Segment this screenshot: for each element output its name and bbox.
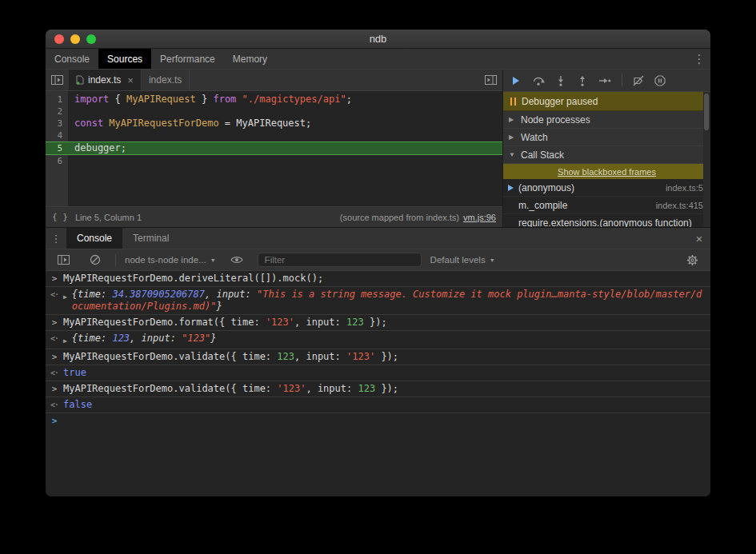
debugger-scrollbar[interactable] (703, 92, 710, 227)
chevron-right-icon[interactable]: ▶ (509, 134, 516, 141)
line-number-gutter[interactable]: 1 (46, 94, 68, 106)
step-icon (598, 75, 611, 86)
debugger-paused-label: Debugger paused (522, 96, 598, 107)
log-levels-selector[interactable]: Default levels ▼ (430, 255, 495, 265)
call-stack-frame-current[interactable]: (anonymous) index.ts:5 (503, 179, 710, 197)
window-titlebar[interactable]: ndb (46, 30, 710, 49)
result-arrow-icon: <· (46, 399, 63, 411)
zoom-window-button[interactable] (86, 34, 96, 44)
tab-memory[interactable]: Memory (224, 49, 276, 69)
frame-name: (anonymous) (518, 182, 574, 193)
tab-performance[interactable]: Performance (151, 49, 224, 69)
command-chevron-icon: > (46, 317, 63, 329)
console-command-text: MyAPIRequestForDemo.format({ time: '123'… (63, 317, 704, 329)
panel-left-icon (51, 75, 63, 85)
expand-triangle-icon[interactable]: ▶ (63, 335, 67, 347)
source-map-text: (source mapped from index.ts) (340, 213, 459, 222)
code-line: 2 (46, 106, 502, 118)
console-result-text: true (63, 367, 704, 379)
section-call-stack[interactable]: ▼ Call Stack (503, 146, 710, 164)
step-into-button[interactable] (555, 75, 566, 86)
code-line: 6 (46, 155, 502, 167)
show-console-sidebar-button[interactable] (52, 255, 75, 265)
drawer-tab-console[interactable]: Console (66, 228, 122, 249)
pause-on-exceptions-button[interactable] (654, 75, 666, 86)
console-messages[interactable]: > MyAPIRequestForDemo.deriveLiteral([]).… (46, 271, 710, 496)
section-watch[interactable]: ▶ Watch (503, 129, 710, 146)
step-over-button[interactable] (532, 75, 545, 86)
resume-icon (510, 75, 522, 86)
console-prompt-row[interactable]: > (46, 413, 710, 428)
gear-icon (686, 254, 698, 266)
line-number-gutter[interactable]: 2 (46, 106, 68, 118)
frame-name: m._compile (518, 200, 567, 211)
code-line-text: import { MyAPIRequest } from "./magictyp… (68, 94, 352, 106)
minimize-window-button[interactable] (70, 34, 80, 44)
line-number-gutter[interactable]: 4 (46, 130, 68, 141)
code-editor[interactable]: 1 import { MyAPIRequest } from "./magict… (46, 91, 502, 206)
tab-sources[interactable]: Sources (98, 49, 151, 69)
source-map-link[interactable]: vm.js:96 (463, 213, 496, 222)
call-stack-frame[interactable]: m._compile index.ts:415 (503, 197, 710, 214)
console-settings-button[interactable] (681, 254, 704, 266)
clear-console-icon (90, 254, 101, 265)
pause-icon (510, 98, 516, 106)
live-expression-button[interactable] (225, 255, 249, 265)
cursor-position: Line 5, Column 1 (75, 213, 142, 222)
pretty-print-button[interactable]: { } (52, 212, 68, 222)
close-tab-icon[interactable]: × (127, 74, 134, 86)
console-command-text: MyAPIRequestForDemo.deriveLiteral([]).mo… (63, 273, 704, 285)
console-command-row[interactable]: > MyAPIRequestForDemo.validate({ time: '… (46, 381, 710, 397)
tab-console[interactable]: Console (46, 49, 98, 69)
console-result-row[interactable]: <· ▶ {time: 123, input: "123"} (46, 331, 710, 349)
editor-column: index.ts × index.ts 1 import { MyAPIRequ… (46, 70, 502, 227)
resume-button[interactable] (510, 75, 522, 86)
close-window-button[interactable] (54, 34, 64, 44)
execution-context-selector[interactable]: node ts-node inde... ▼ (125, 255, 216, 265)
section-node-processes[interactable]: ▶ Node processes (503, 111, 710, 129)
console-result-row[interactable]: <· ▶ {time: 34.3870905206787, input: "Th… (46, 287, 710, 315)
drawer-tab-terminal[interactable]: Terminal (122, 228, 179, 249)
context-selector-label: node ts-node inde... (125, 255, 206, 265)
clear-console-button[interactable] (84, 254, 106, 265)
line-number-gutter[interactable]: 3 (46, 118, 68, 130)
traffic-lights (54, 34, 96, 44)
call-stack-frame[interactable]: require.extensions.(anonymous function) (503, 214, 710, 227)
window-title: ndb (46, 33, 710, 45)
step-button[interactable] (598, 75, 611, 86)
console-result-text: {time: 34.3870905206787, input: "This is… (72, 289, 704, 313)
code-line-text (68, 106, 74, 118)
line-number-gutter[interactable]: 6 (46, 155, 68, 167)
line-number-gutter[interactable]: 5 (46, 142, 68, 154)
console-result-row[interactable]: <· true (46, 365, 710, 381)
paused-execution-line: 5 debugger; (46, 141, 502, 155)
step-out-button[interactable] (577, 75, 588, 86)
show-navigator-button[interactable] (46, 70, 69, 90)
drawer-menu-icon[interactable]: ⋮ (46, 228, 66, 249)
debugger-sidebar: Debugger paused ▶ Node processes ▶ Watch… (502, 70, 710, 227)
scrollbar-thumb[interactable] (704, 94, 709, 130)
expand-triangle-icon[interactable]: ▶ (63, 291, 67, 303)
close-drawer-icon[interactable]: × (688, 228, 710, 249)
console-command-row[interactable]: > MyAPIRequestForDemo.deriveLiteral([]).… (46, 271, 710, 287)
section-label: Watch (521, 132, 548, 143)
chevron-down-icon[interactable]: ▼ (509, 151, 516, 158)
file-tab-index-ts-active[interactable]: index.ts × (69, 70, 142, 90)
file-tab-index-ts[interactable]: index.ts (142, 70, 190, 90)
code-line-text: debugger; (68, 142, 126, 154)
console-result-row[interactable]: <· false (46, 397, 710, 413)
more-tabs-button[interactable] (479, 70, 502, 90)
command-chevron-icon: > (46, 383, 63, 395)
section-label: Call Stack (521, 149, 564, 161)
chevron-right-icon[interactable]: ▶ (509, 116, 516, 123)
chevron-down-icon: ▼ (210, 257, 216, 263)
console-command-row[interactable]: > MyAPIRequestForDemo.validate({ time: 1… (46, 349, 710, 365)
filter-input[interactable] (258, 253, 422, 267)
step-over-icon (532, 75, 545, 86)
more-options-icon[interactable]: ⋮ (688, 49, 710, 69)
code-line-text (68, 130, 74, 141)
show-blackboxed-frames-link[interactable]: Show blackboxed frames (503, 164, 710, 179)
frame-location: index.ts:5 (666, 183, 703, 193)
console-command-row[interactable]: > MyAPIRequestForDemo.format({ time: '12… (46, 315, 710, 331)
deactivate-breakpoints-button[interactable] (633, 75, 644, 86)
